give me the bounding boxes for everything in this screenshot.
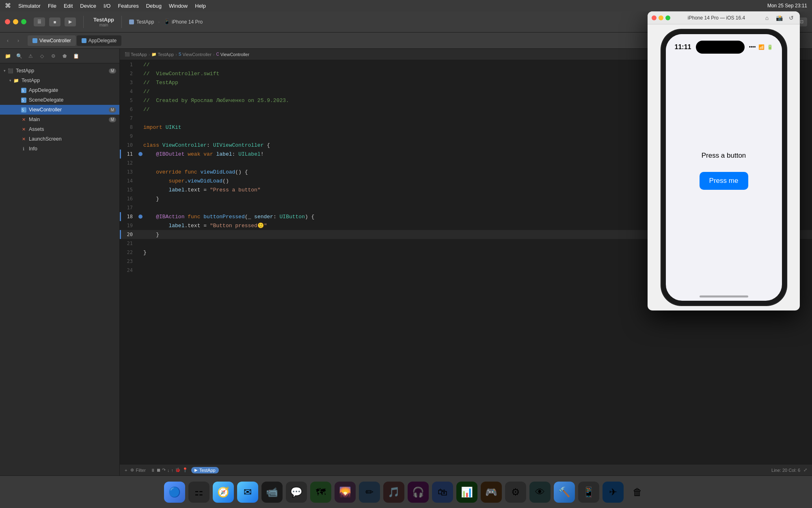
debug-view-button[interactable]: 🐞 [175, 467, 181, 473]
tree-item-launchscreen[interactable]: ▸ ✕ LaunchScreen [0, 134, 119, 144]
tree-group-testapp[interactable]: ▾ 📁 TestApp [0, 76, 119, 85]
menu-help[interactable]: Help [195, 3, 206, 9]
sim-minimize-button[interactable] [659, 15, 663, 20]
warning-icon[interactable]: ⚠ [26, 52, 35, 61]
breakpoint-nav-icon[interactable]: ⬟ [60, 52, 69, 61]
dock-trash[interactable]: 🗑 [627, 482, 648, 503]
tab-viewcontroller[interactable]: ViewController [28, 35, 76, 46]
swift-crumb-icon: S [179, 52, 181, 56]
expand-editor-button[interactable]: ⤢ [803, 467, 807, 473]
filter-chip[interactable]: ⊕ Filter [130, 467, 145, 473]
dock-finder[interactable]: 🔵 [164, 482, 185, 503]
tree-info-label: Info [29, 146, 116, 152]
maximize-button[interactable] [21, 19, 26, 24]
add-file-button[interactable]: + [125, 468, 127, 473]
tree-root-testapp[interactable]: ▾ ⬛ TestApp M [0, 66, 119, 76]
line-num-2: 2 [120, 71, 138, 76]
line-num-22: 22 [120, 250, 138, 255]
search-nav-icon[interactable]: 🔍 [15, 52, 24, 61]
battery-icon: 🔋 [767, 44, 773, 50]
dock-safari[interactable]: 🧭 [213, 482, 234, 503]
scheme-selector[interactable]: TestApp [129, 19, 154, 25]
dock-launchpad[interactable]: ⚏ [188, 482, 209, 503]
close-button[interactable] [5, 19, 10, 24]
tree-root-badge: M [109, 68, 116, 74]
tree-item-appdelegate[interactable]: ▸ S AppDelegate [0, 85, 119, 95]
line-num-12: 12 [120, 160, 138, 166]
dock-photos[interactable]: 🌄 [335, 482, 356, 503]
phone-screen-label: Press a button [702, 152, 746, 160]
dock-preview[interactable]: 👁 [529, 482, 551, 503]
apple-menu[interactable]: ⌘ [5, 2, 11, 9]
forward-button[interactable]: › [14, 36, 23, 45]
project-name: TestApp [93, 17, 114, 23]
signal-icon: •••• [749, 44, 756, 50]
tree-item-viewcontroller[interactable]: ▸ S ViewController M [0, 105, 119, 115]
tree-viewcontroller-label: ViewController [29, 107, 109, 113]
dock-keynote[interactable]: 🎮 [481, 482, 502, 503]
dock-appstore[interactable]: 🛍 [432, 482, 453, 503]
tree-item-main[interactable]: ▸ ✕ Main M [0, 115, 119, 124]
tree-scenedelegate-label: SceneDelegate [29, 97, 116, 103]
step-over-button[interactable]: ↷ [162, 467, 166, 473]
tree-item-scenedelegate[interactable]: ▸ S SceneDelegate [0, 95, 119, 105]
breakpoint-circle-18[interactable] [138, 215, 143, 219]
sim-maximize-button[interactable] [665, 15, 670, 20]
sim-screenshot-icon[interactable]: 📸 [775, 13, 784, 22]
report-icon[interactable]: 📋 [71, 52, 80, 61]
tree-vc-badge: M [109, 107, 116, 113]
test-icon[interactable]: ◇ [37, 52, 46, 61]
dock-sysprefs[interactable]: ⚙ [505, 482, 526, 503]
tab-appdelegate[interactable]: AppDelegate [77, 35, 121, 46]
dock-messages[interactable]: 💬 [286, 482, 307, 503]
menu-debug[interactable]: Debug [146, 3, 162, 9]
tree-item-info[interactable]: ▸ ℹ Info [0, 144, 119, 154]
dock-facetime[interactable]: 📹 [261, 482, 283, 503]
dock-mail[interactable]: ✉ [237, 482, 258, 503]
breadcrumb-vc[interactable]: S ViewController [179, 52, 212, 57]
phone-press-button[interactable]: Press me [700, 172, 748, 190]
step-out-button[interactable]: ↑ [171, 467, 173, 473]
dock-maps[interactable]: 🗺 [310, 482, 331, 503]
dock-music[interactable]: 🎵 [383, 482, 404, 503]
step-into-button[interactable]: ↓ [167, 467, 170, 473]
dock-xcode[interactable]: 🔨 [554, 482, 575, 503]
tree-appdelegate-label: AppDelegate [29, 87, 116, 93]
menu-window[interactable]: Window [169, 3, 188, 9]
simulate-location-button[interactable]: 📍 [182, 467, 188, 473]
menu-features[interactable]: Features [118, 3, 138, 9]
breadcrumb-testapp1[interactable]: ⬛ TestApp [125, 52, 147, 57]
line-num-11: 11 [120, 151, 138, 157]
menu-file[interactable]: File [48, 3, 56, 9]
debug-icon[interactable]: ⚙ [49, 52, 58, 61]
menu-edit[interactable]: Edit [64, 3, 73, 9]
line-num-1: 1 [120, 62, 138, 67]
breadcrumb-testapp2[interactable]: 📁 TestApp [151, 52, 174, 57]
phone-notch-area [691, 41, 749, 54]
tree-assets-label: Assets [29, 126, 116, 132]
menu-simulator[interactable]: Simulator [18, 3, 41, 9]
sim-close-button[interactable] [652, 15, 657, 20]
menu-io[interactable]: I/O [104, 3, 110, 9]
dock-freeform[interactable]: ✏ [359, 482, 380, 503]
folder-icon[interactable]: 📁 [3, 52, 12, 61]
sim-rotate-icon[interactable]: ↺ [787, 13, 796, 22]
dock-telegram[interactable]: ✈ [603, 482, 624, 503]
stop-debug-button[interactable]: ◼ [157, 467, 160, 473]
dock-podcasts[interactable]: 🎧 [408, 482, 429, 503]
tree-item-assets[interactable]: ▸ ✕ Assets [0, 124, 119, 134]
breadcrumb-vc-class[interactable]: C ViewController [216, 52, 250, 57]
menu-device[interactable]: Device [80, 3, 96, 9]
minimize-button[interactable] [13, 19, 18, 24]
sidebar-toggle-button[interactable]: ☰ [34, 17, 45, 26]
dock-simulator[interactable]: 📱 [578, 482, 599, 503]
pause-button[interactable]: ⏸ [151, 467, 155, 473]
sim-home-icon[interactable]: ⌂ [762, 13, 771, 22]
device-selector[interactable]: 📱 iPhone 14 Pro [164, 19, 203, 25]
dock-numbers[interactable]: 📊 [456, 482, 477, 503]
line-num-10: 10 [120, 142, 138, 148]
breakpoint-circle-11[interactable] [138, 152, 143, 156]
stop-button[interactable]: ■ [49, 17, 60, 26]
back-button[interactable]: ‹ [3, 36, 12, 45]
play-button[interactable]: ▶ [65, 17, 76, 26]
